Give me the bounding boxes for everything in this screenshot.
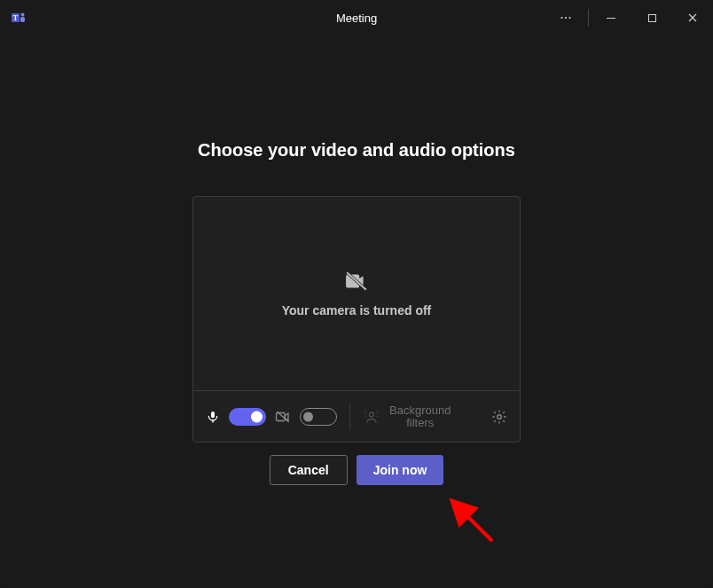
camera-icon[interactable] xyxy=(275,409,291,425)
toggle-knob xyxy=(251,411,262,422)
camera-toggle[interactable] xyxy=(300,408,337,426)
content-area: Choose your video and audio options Your… xyxy=(0,35,713,588)
background-filters-icon xyxy=(363,408,380,426)
meeting-window: T Meeting Choose your video and audio op… xyxy=(0,0,713,588)
action-buttons: Cancel Join now xyxy=(270,455,444,485)
microphone-toggle[interactable] xyxy=(229,408,266,426)
svg-point-4 xyxy=(560,17,562,19)
svg-rect-3 xyxy=(20,17,25,22)
background-filters-label: Background filters xyxy=(389,404,451,429)
svg-text:T: T xyxy=(13,14,19,22)
close-button[interactable] xyxy=(672,0,713,35)
camera-off-text: Your camera is turned off xyxy=(282,303,432,318)
teams-app-icon: T xyxy=(11,10,27,26)
background-filters-button[interactable]: Background filters xyxy=(363,404,451,429)
camera-off-icon xyxy=(345,270,368,293)
cancel-label: Cancel xyxy=(288,463,329,477)
microphone-icon[interactable] xyxy=(206,410,220,424)
svg-point-6 xyxy=(568,17,570,19)
join-now-button[interactable]: Join now xyxy=(356,455,444,485)
av-controls: Background filters xyxy=(193,390,520,442)
window-title: Meeting xyxy=(336,12,377,25)
svg-point-10 xyxy=(370,412,374,417)
controls-divider xyxy=(349,404,350,430)
page-heading: Choose your video and audio options xyxy=(198,140,515,161)
camera-preview: Your camera is turned off xyxy=(193,197,520,390)
window-controls xyxy=(545,0,713,35)
cancel-button[interactable]: Cancel xyxy=(270,455,348,485)
video-audio-panel: Your camera is turned off xyxy=(192,196,521,443)
more-options-button[interactable] xyxy=(545,0,586,35)
titlebar-divider xyxy=(588,9,589,27)
svg-point-2 xyxy=(21,13,25,17)
minimize-button[interactable] xyxy=(591,0,631,35)
maximize-button[interactable] xyxy=(631,0,672,35)
join-label: Join now xyxy=(373,463,427,477)
svg-rect-8 xyxy=(648,14,655,21)
settings-icon[interactable] xyxy=(491,409,507,425)
toggle-knob xyxy=(303,412,313,421)
svg-rect-7 xyxy=(607,18,615,19)
svg-point-11 xyxy=(498,414,502,419)
svg-point-5 xyxy=(565,17,567,19)
titlebar: T Meeting xyxy=(0,0,713,35)
